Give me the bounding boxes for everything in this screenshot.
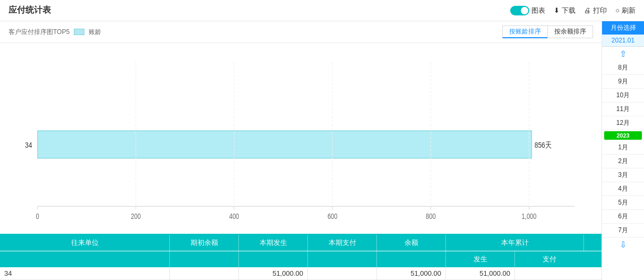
th-leji-zhi: 支付 (515, 251, 584, 267)
td-yue: 51,000.00 (377, 267, 446, 279)
sort-by-balance-button[interactable]: 按账龄排序 (502, 26, 547, 38)
sidebar-month-9[interactable]: 9月 (602, 75, 644, 89)
svg-text:856天: 856天 (535, 140, 552, 150)
td-leji-fa: 51,000.00 (446, 267, 515, 279)
download-icon: ⬇ (554, 6, 560, 14)
sidebar-month-2[interactable]: 2月 (602, 155, 644, 168)
th-qichu-sub (170, 251, 239, 267)
print-icon: 🖨 (584, 6, 591, 14)
sidebar-month-5[interactable]: 5月 (602, 196, 644, 210)
td-qichu (170, 267, 239, 279)
month-sidebar: 月份选择 2021.01 ⇧ 8月 9月 10月 11月 12月 2023 1月… (602, 21, 644, 280)
th-benzhi-sub (308, 251, 377, 267)
td-benzhi (308, 267, 377, 279)
chart-toggle[interactable] (510, 6, 529, 15)
sidebar-month-4[interactable]: 4月 (602, 182, 644, 196)
svg-text:34: 34 (25, 140, 32, 150)
bar-chart: 34 856天 0 200 400 600 800 (5, 48, 596, 234)
sidebar-month-3[interactable]: 3月 (602, 168, 644, 182)
th-yue-sub (377, 251, 446, 267)
svg-text:200: 200 (131, 211, 141, 220)
th-danwei: 往来单位 (0, 235, 170, 251)
danwei-link[interactable]: 34 (4, 269, 12, 277)
table-row: 34 51,000.00 51,000.00 51,000.00 (0, 267, 602, 280)
page-title: 应付统计表 (8, 5, 51, 16)
sidebar-month-12[interactable]: 12月 (602, 116, 644, 130)
refresh-button[interactable]: ○ 刷新 (615, 6, 636, 15)
th-benfasheng-sub (239, 251, 308, 267)
th-benzhi: 本期支付 (308, 235, 377, 251)
sidebar-month-11[interactable]: 11月 (602, 103, 644, 116)
chart-legend: 客户应付排序图TOP5 账龄 (8, 28, 101, 37)
svg-text:1,000: 1,000 (522, 211, 537, 220)
chart-toggle-wrap: 图表 (510, 6, 545, 15)
td-leji-zhi (515, 267, 584, 279)
svg-rect-1 (38, 131, 532, 158)
svg-text:0: 0 (36, 211, 39, 220)
data-table: 往来单位 期初余额 本期发生 本期支付 余额 本年累计 发生 支付 (0, 234, 602, 280)
sidebar-down-button[interactable]: ⇩ (602, 237, 644, 252)
refresh-icon: ○ (615, 6, 620, 14)
th-benfasheng: 本期发生 (239, 235, 308, 251)
print-button[interactable]: 🖨 打印 (584, 6, 607, 15)
sidebar-month-8[interactable]: 8月 (602, 61, 644, 75)
sidebar-month-6[interactable]: 6月 (602, 210, 644, 224)
th-yue: 余额 (377, 235, 446, 251)
sidebar-current-month[interactable]: 2021.01 (602, 35, 644, 47)
svg-text:600: 600 (328, 211, 338, 220)
sidebar-month-7[interactable]: 7月 (602, 224, 644, 237)
th-leji-fa: 发生 (446, 251, 515, 267)
td-danwei: 34 (0, 267, 170, 279)
svg-text:400: 400 (229, 211, 239, 220)
sidebar-year-label: 2023 (604, 131, 642, 140)
th-leji: 本年累计 (446, 235, 584, 251)
sidebar-month-10[interactable]: 10月 (602, 89, 644, 103)
sidebar-title: 月份选择 (602, 21, 644, 35)
td-benfasheng: 51,000.00 (239, 267, 308, 279)
legend-color-box (74, 29, 84, 35)
sidebar-month-1[interactable]: 1月 (602, 141, 644, 155)
chart-canvas: 34 856天 0 200 400 600 800 (0, 43, 602, 234)
svg-text:800: 800 (426, 211, 436, 220)
sort-by-amount-button[interactable]: 按余额排序 (547, 26, 593, 38)
th-qichu: 期初余额 (170, 235, 239, 251)
download-button[interactable]: ⬇ 下载 (554, 6, 576, 15)
th-danwei-sub (0, 251, 170, 267)
chart-sort-buttons: 按账龄排序 按余额排序 (502, 26, 593, 38)
sidebar-up-button[interactable]: ⇧ (602, 47, 644, 61)
toggle-label: 图表 (531, 6, 545, 15)
